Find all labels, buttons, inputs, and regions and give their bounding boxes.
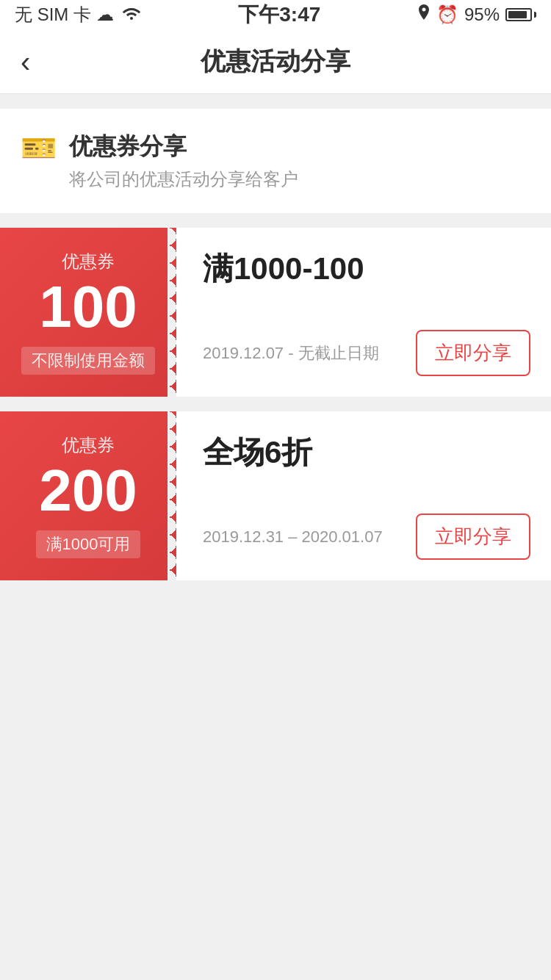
nav-bar: ‹ 优惠活动分享 [0,29,551,94]
coupon-icon: 🎫 [21,131,57,165]
share-button-1[interactable]: 立即分享 [416,330,530,376]
coupon-amount-1: 100 [39,278,137,336]
coupon-right-2: 全场6折 2019.12.31 – 2020.01.07 立即分享 [176,411,551,580]
coupon-card-2: 优惠券 200 满1000可用 全场6折 2019.12.31 – 2020.0… [0,411,551,580]
section-subtitle: 将公司的优惠活动分享给客户 [69,167,298,191]
section-text: 优惠券分享 将公司的优惠活动分享给客户 [69,131,298,191]
status-right: ⏰ 95% [417,4,536,25]
battery-percent: 95% [464,4,500,25]
page-title: 优惠活动分享 [201,45,350,79]
status-time: 下午3:47 [238,1,320,29]
back-button[interactable]: ‹ [21,47,30,76]
bottom-space [0,595,551,962]
coupon-date-1: 2019.12.07 - 无截止日期 [203,342,416,364]
wifi-icon [121,4,142,25]
section-title: 优惠券分享 [69,131,298,163]
coupon-right-1: 满1000-100 2019.12.07 - 无截止日期 立即分享 [176,228,551,397]
coupon-amount-2: 200 [39,461,137,520]
coupon-name-1: 满1000-100 [203,248,530,289]
sim-label: 无 SIM 卡 ☁ [15,3,114,26]
share-button-2[interactable]: 立即分享 [416,514,530,560]
coupon-date-2: 2019.12.31 – 2020.01.07 [203,527,416,547]
coupon-name-2: 全场6折 [203,432,530,473]
coupon-label-2: 优惠券 [62,433,115,457]
location-icon [417,4,431,25]
alarm-icon: ⏰ [436,4,458,25]
coupon-left-2: 优惠券 200 满1000可用 [0,411,176,580]
section-header: 🎫 优惠券分享 将公司的优惠活动分享给客户 [0,109,551,213]
coupon-list: 优惠券 100 不限制使用金额 满1000-100 2019.12.07 - 无… [0,228,551,595]
status-left: 无 SIM 卡 ☁ [15,3,142,26]
coupon-card-1: 优惠券 100 不限制使用金额 满1000-100 2019.12.07 - 无… [0,228,551,397]
coupon-condition-1: 不限制使用金额 [21,347,155,375]
coupon-bottom-1: 2019.12.07 - 无截止日期 立即分享 [203,330,530,376]
battery-icon [505,8,536,21]
coupon-left-1: 优惠券 100 不限制使用金额 [0,228,176,397]
coupon-label-1: 优惠券 [62,250,115,273]
coupon-condition-2: 满1000可用 [36,530,141,558]
status-bar: 无 SIM 卡 ☁ 下午3:47 ⏰ 95% [0,0,551,29]
coupon-bottom-2: 2019.12.31 – 2020.01.07 立即分享 [203,514,530,560]
